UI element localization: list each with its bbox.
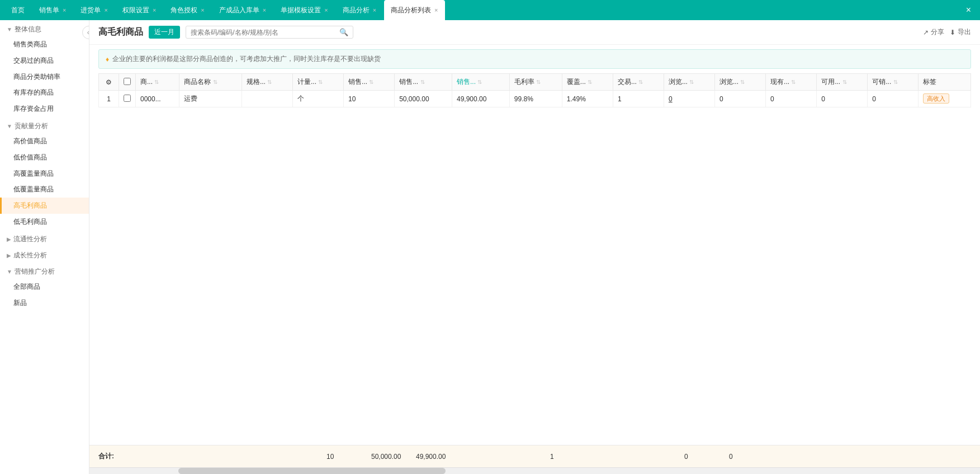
col-checkbox bbox=[119, 74, 136, 91]
sidebar-group-liquidity[interactable]: ▶ 流通性分析 bbox=[0, 230, 89, 246]
sidebar-item-in-stock[interactable]: 有库存的商品 bbox=[0, 85, 89, 101]
search-icon[interactable]: 🔍 bbox=[339, 28, 348, 36]
col-saleable-stock-sort: ⇅ bbox=[893, 79, 898, 85]
col-code[interactable]: 商... ⇅ bbox=[136, 74, 179, 91]
row-checkbox[interactable] bbox=[124, 95, 131, 102]
nav-tab-analysis-list[interactable]: 商品分析列表 × bbox=[384, 0, 444, 20]
nav-tab-inbound[interactable]: 产成品入库单 × bbox=[212, 0, 273, 20]
sidebar-item-traded-goods[interactable]: 交易过的商品 bbox=[0, 53, 89, 69]
time-filter-btn[interactable]: 近一月 bbox=[149, 26, 180, 39]
search-input[interactable] bbox=[191, 29, 337, 36]
sidebar-item-category-rate[interactable]: 商品分类助销率 bbox=[0, 69, 89, 85]
export-btn[interactable]: ⬇ 导出 bbox=[950, 27, 971, 37]
footer-transaction: 1 bbox=[546, 453, 590, 461]
col-tag[interactable]: 标签 bbox=[919, 74, 971, 91]
nav-tab-purchase[interactable]: 进货单 × bbox=[74, 0, 114, 20]
col-coverage[interactable]: 覆盖... ⇅ bbox=[562, 74, 613, 91]
sidebar-group-marketing-label: 营销推广分析 bbox=[15, 267, 55, 276]
col-browse1[interactable]: 浏览... ⇅ bbox=[664, 74, 714, 91]
table-body: 1 0000... 运费 个 10 50,000.00 49,900.00 99… bbox=[99, 91, 971, 107]
nav-tab-analysis-list-close[interactable]: × bbox=[434, 7, 438, 13]
cell-code: 0000... bbox=[136, 91, 179, 107]
footer-available-stock: 0 bbox=[725, 453, 769, 461]
col-unit[interactable]: 计量... ⇅ bbox=[293, 74, 344, 91]
nav-tab-inbound-close[interactable]: × bbox=[263, 7, 266, 13]
nav-tab-permissions-close[interactable]: × bbox=[153, 7, 156, 13]
nav-tab-sales[interactable]: 销售单 × bbox=[32, 0, 73, 20]
cell-unit: 个 bbox=[293, 91, 344, 107]
content-area: 高毛利商品 近一月 🔍 ↗ 分享 ⬇ 导出 ♦ 企业的主要的利润都是这部分商品创… bbox=[89, 20, 980, 474]
sidebar-group-overall[interactable]: ▼ 整体信息 bbox=[0, 20, 89, 36]
sidebar-item-low-margin[interactable]: 低毛利商品 bbox=[0, 214, 89, 230]
col-gross-margin[interactable]: 毛利率 ⇅ bbox=[509, 74, 562, 91]
col-spec[interactable]: 规格... ⇅ bbox=[242, 74, 292, 91]
sidebar-item-high-margin[interactable]: 高毛利商品 bbox=[0, 198, 89, 214]
select-all-checkbox[interactable] bbox=[124, 78, 131, 85]
col-sales-profit-sort: ⇅ bbox=[477, 79, 482, 85]
header-actions: ↗ 分享 ⬇ 导出 bbox=[923, 27, 971, 37]
nav-tab-purchase-close[interactable]: × bbox=[104, 7, 107, 13]
sidebar-item-new-goods[interactable]: 新品 bbox=[0, 295, 89, 311]
footer-total-label: 合计: bbox=[98, 452, 143, 461]
sidebar-group-marketing-arrow: ▼ bbox=[7, 269, 12, 275]
main-layout: « ▼ 整体信息 销售类商品 交易过的商品 商品分类助销率 有库存的商品 库存资… bbox=[0, 20, 980, 474]
cell-checkbox[interactable] bbox=[119, 91, 136, 107]
sidebar-group-liquidity-label: 流通性分析 bbox=[13, 234, 47, 244]
bottom-scrollbar[interactable] bbox=[89, 467, 980, 474]
sidebar-group-liquidity-arrow: ▶ bbox=[7, 236, 11, 242]
col-sales-amount[interactable]: 销售... ⇅ bbox=[395, 74, 452, 91]
nav-tab-home[interactable]: 首页 bbox=[4, 0, 31, 20]
col-transaction[interactable]: 交易... ⇅ bbox=[613, 74, 664, 91]
nav-tab-permissions-label: 权限设置 bbox=[122, 6, 149, 15]
sidebar-item-low-coverage[interactable]: 低覆盖量商品 bbox=[0, 181, 89, 198]
nav-close-all[interactable]: × bbox=[962, 5, 976, 15]
nav-tab-template-label: 单据模板设置 bbox=[281, 6, 321, 15]
sidebar-group-growth[interactable]: ▶ 成长性分析 bbox=[0, 246, 89, 262]
nav-tab-template-close[interactable]: × bbox=[324, 7, 328, 13]
col-sales-amount-sort: ⇅ bbox=[420, 79, 425, 85]
cell-current-stock: 0 bbox=[766, 91, 817, 107]
share-btn[interactable]: ↗ 分享 bbox=[923, 27, 944, 37]
search-wrap: 🔍 bbox=[186, 26, 353, 39]
nav-tab-analysis-label: 商品分析 bbox=[343, 6, 370, 15]
col-current-stock[interactable]: 现有... ⇅ bbox=[766, 74, 817, 91]
nav-tab-analysis-close[interactable]: × bbox=[373, 7, 376, 13]
sidebar-item-sales-goods[interactable]: 销售类商品 bbox=[0, 36, 89, 53]
col-gross-margin-sort: ⇅ bbox=[536, 79, 541, 85]
col-settings[interactable]: ⚙ bbox=[99, 74, 119, 91]
col-code-sort: ⇅ bbox=[154, 79, 159, 85]
info-icon: ♦ bbox=[106, 55, 109, 63]
nav-tab-home-label: 首页 bbox=[11, 6, 25, 15]
nav-tab-roles-close[interactable]: × bbox=[201, 7, 204, 13]
col-available-stock[interactable]: 可用... ⇅ bbox=[817, 74, 868, 91]
col-browse2[interactable]: 浏览... ⇅ bbox=[715, 74, 766, 91]
sidebar-group-contribution[interactable]: ▼ 贡献量分析 bbox=[0, 117, 89, 133]
cell-transaction: 1 bbox=[613, 91, 664, 107]
tag-badge: 高收入 bbox=[923, 93, 949, 104]
cell-browse1[interactable]: 0 bbox=[664, 91, 714, 107]
nav-tab-roles[interactable]: 角色授权 × bbox=[164, 0, 211, 20]
col-sales-profit[interactable]: 销售... ⇅ bbox=[452, 74, 510, 91]
col-name[interactable]: 商品名称 ⇅ bbox=[179, 74, 242, 91]
col-browse2-sort: ⇅ bbox=[740, 79, 745, 85]
export-icon: ⬇ bbox=[950, 29, 955, 36]
nav-tab-template[interactable]: 单据模板设置 × bbox=[274, 0, 334, 20]
footer-sales-qty: 10 bbox=[322, 453, 367, 461]
col-sales-qty-sort: ⇅ bbox=[369, 79, 373, 85]
col-sales-qty[interactable]: 销售... ⇅ bbox=[344, 74, 395, 91]
col-saleable-stock[interactable]: 可销... ⇅ bbox=[868, 74, 919, 91]
nav-tab-analysis[interactable]: 商品分析 × bbox=[336, 0, 383, 20]
sidebar-item-stock-capital[interactable]: 库存资金占用 bbox=[0, 101, 89, 117]
cell-sales-amount: 50,000.00 bbox=[395, 91, 452, 107]
sidebar-item-low-value[interactable]: 低价值商品 bbox=[0, 149, 89, 166]
share-label: 分享 bbox=[931, 27, 944, 37]
nav-tab-sales-close[interactable]: × bbox=[63, 7, 66, 13]
nav-tab-permissions[interactable]: 权限设置 × bbox=[116, 0, 163, 20]
cell-tag: 高收入 bbox=[919, 91, 971, 107]
content-header: 高毛利商品 近一月 🔍 ↗ 分享 ⬇ 导出 bbox=[89, 20, 980, 45]
table-wrap: ⚙ 商... ⇅ 商品名称 ⇅ 规格... ⇅ 计量... ⇅ 销售... ⇅ … bbox=[89, 73, 980, 445]
sidebar-item-high-coverage[interactable]: 高覆盖量商品 bbox=[0, 166, 89, 182]
sidebar-group-marketing[interactable]: ▼ 营销推广分析 bbox=[0, 262, 89, 279]
sidebar-item-all-goods[interactable]: 全部商品 bbox=[0, 279, 89, 295]
sidebar-item-high-value[interactable]: 高价值商品 bbox=[0, 133, 89, 149]
